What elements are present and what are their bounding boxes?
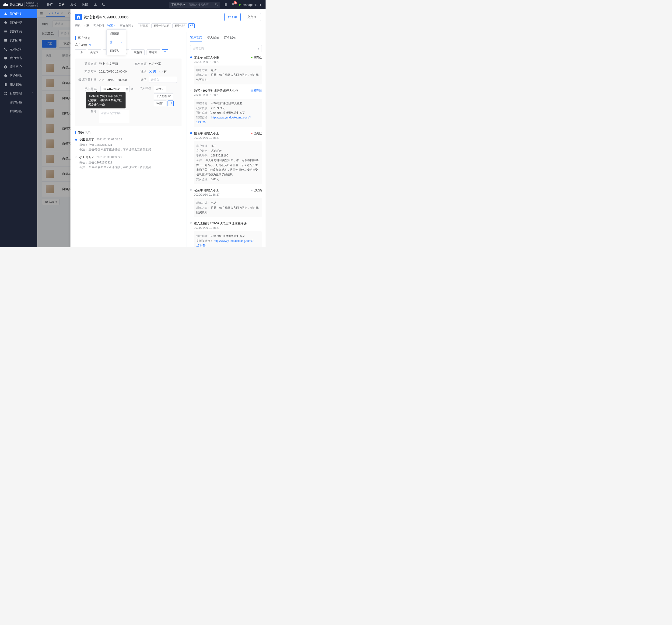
modlog-item: 小王 更新了2021/01/30 01:38:27微信： 空值-13672182… [75,138,182,152]
search-type-select[interactable]: 手机号码▾ [169,3,187,7]
order-button[interactable]: 代下单 [224,13,241,21]
sidebar-item-3[interactable]: 我的订单 [0,36,37,45]
copy-icon[interactable]: ⧉ [131,87,133,91]
customer-tag: 高意向 [131,49,145,55]
tag-label: 客户标签 [75,43,87,47]
phone-input[interactable] [101,86,124,92]
sidebar-item-8[interactable]: 删人记录 [0,80,37,89]
notification-badge: 5 [234,1,237,4]
dropdown-option[interactable]: 张三✓ [106,38,126,46]
deposit-button[interactable]: 交定金 [243,13,261,21]
group-tag: 群聊一群大群 [151,23,171,28]
person-icon[interactable] [94,3,97,6]
more-tags[interactable]: +4 [162,49,168,55]
search-button[interactable] [213,3,220,7]
company-icon [75,14,82,20]
phone-input-group: ⊞ [100,86,130,92]
group-tag: 群聊三 [138,23,150,28]
timeline-item: 进入直播间 759-59班第三期理财直播课2021/01/30 01:38:27… [194,221,262,247]
section-customer-info: 客户信息 [78,36,91,40]
personal-tag: 个人标签12 [154,93,173,99]
gender-male-radio[interactable]: 男 [149,69,156,73]
more-ptags[interactable]: +4 [168,101,174,106]
sidebar-item-4[interactable]: 电话记录 [0,45,37,54]
sidebar-item-5[interactable]: 我的商品 [0,54,37,62]
customer-tag: 中意向 [146,49,160,55]
phone-lookup-icon[interactable]: ⊞ [124,86,129,92]
status-dot [239,4,241,6]
timeline-item: 定金单 创建人小王已完成2020/01/30 01:38:27跟单方式： 电话跟… [194,55,262,84]
remark-textarea[interactable] [99,109,129,123]
view-detail-link[interactable]: 查看详情 [250,89,262,93]
top-nav: 推广 客户 质检 数据 [47,3,88,7]
section-mod-log: 修改记录 [78,131,91,135]
right-tab-2[interactable]: 订单记录 [224,35,236,42]
activity-filter-select[interactable]: 全部动态▾ [190,45,262,52]
cloud-icon [3,2,8,7]
timeline-item: 报名单 创建人小王已失败2020/01/30 01:38:27客户经理： 小王客… [194,131,262,184]
search-input[interactable] [187,3,213,6]
sidebar-item-1[interactable]: 我的群聊 [0,18,37,27]
modlog-item: 小王 更新了2021/01/30 01:38:27微信： 空值-13672182… [75,155,182,170]
topbar: 云朵CRM 教育机构一站式服务云平台 推广 客户 质检 数据 手机号码▾ 5 m… [0,0,266,9]
edit-tags-icon[interactable]: ✎ [89,43,92,47]
group-tag: 群聊六群 [172,23,187,28]
sidebar-item-2[interactable]: 我的学员 [0,27,37,36]
gender-female-radio[interactable]: 女 [159,69,167,73]
timeline-item: 购买 4399理财课进阶课程大礼包查看详情2021/01/30 01:38:27… [194,89,262,127]
timeline-item: 定金单 创建人小王已取消2020/01/30 01:38:27跟单方式： 电话跟… [194,188,262,217]
customer-drawer: 微信名称6789990000966 代下单 交定金 昵称：小王 客户经理：张三 … [70,9,266,247]
wechat-input[interactable] [149,77,177,83]
top-icons [94,3,105,6]
sidebar-sub-1[interactable]: 群聊标签 [0,107,37,116]
svg-rect-0 [225,3,226,6]
right-tab-0[interactable]: 客户动态 [190,35,202,42]
sidebar: 我的好友我的群聊我的学员我的订单电话记录我的商品流失客户客户继承删人记录标签管理… [0,9,37,247]
drawer-title: 微信名称6789990000966 [84,15,128,20]
search-group: 手机号码▾ [169,2,220,8]
dropdown-option[interactable]: 俱保咏 [106,46,126,55]
notification-icon[interactable]: 5 [231,3,235,7]
more-groups[interactable]: +4 [188,23,195,28]
right-tab-1[interactable]: 聊天记录 [207,35,219,42]
sidebar-item-0[interactable]: 我的好友 [0,9,37,18]
customer-tag: 高意向 [88,49,101,55]
sidebar-item-7[interactable]: 客户继承 [0,71,37,80]
personal-tag: 标签1 [154,86,166,92]
personal-tag: 标签1 [154,101,166,106]
nav-qc[interactable]: 质检 [70,3,76,7]
sidebar-item-9[interactable]: 标签管理⌃ [0,89,37,98]
phone-duplicate-tooltip: 查询到此手机号码在系统中已存在，可以将两条客户数据合并为一条 [86,92,125,108]
manager-dropdown: 师馨薇张三✓俱保咏 [106,29,126,55]
customer-tag: 一般 [75,49,86,55]
phone-icon[interactable] [101,3,105,6]
nav-customer[interactable]: 客户 [58,3,65,7]
nav-data[interactable]: 数据 [82,3,88,7]
nav-promo[interactable]: 推广 [47,3,53,7]
sidebar-item-6[interactable]: 流失客户 [0,62,37,71]
logo: 云朵CRM 教育机构一站式服务云平台 [0,2,41,7]
dropdown-option[interactable]: 师馨薇 [106,30,126,38]
device-icon[interactable] [224,3,227,6]
user-menu[interactable]: manager11 ▾ [239,3,261,6]
manager-select[interactable]: 张三 [107,24,116,27]
sidebar-sub-0[interactable]: 客户标签 [0,98,37,107]
